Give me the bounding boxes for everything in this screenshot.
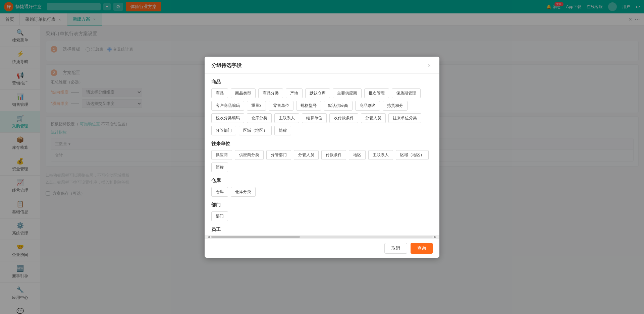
field-tag-1-0[interactable]: 供应商	[211, 150, 232, 160]
field-tag-0-7[interactable]: 保质期管理	[392, 88, 421, 98]
field-tag-0-18[interactable]: 结算单位	[302, 113, 327, 123]
field-tag-0-0[interactable]: 商品	[211, 88, 228, 98]
field-group-4: 员工业务员	[211, 227, 433, 235]
scroll-left-arrow[interactable]: ◀	[207, 235, 210, 239]
field-tag-0-20[interactable]: 分管人员	[361, 113, 386, 123]
field-tag-0-10[interactable]: 零售单位	[269, 101, 293, 111]
field-tag-0-13[interactable]: 商品别名	[355, 101, 380, 111]
modal-horizontal-scrollbar[interactable]: ◀ ▶	[205, 235, 439, 239]
field-tag-0-22[interactable]: 分管部门	[211, 126, 236, 135]
field-tags-3: 部门	[211, 211, 433, 221]
field-tag-0-4[interactable]: 默认仓库	[305, 88, 330, 98]
field-tags-2: 仓库仓库分类	[211, 187, 433, 197]
field-group-title-3: 部门	[211, 202, 433, 208]
field-tag-1-2[interactable]: 分管部门	[266, 150, 291, 160]
field-tag-0-6[interactable]: 批次管理	[364, 88, 389, 98]
field-group-2: 仓库仓库仓库分类	[211, 178, 433, 197]
field-group-3: 部门部门	[211, 202, 433, 221]
field-tag-0-19[interactable]: 收付款条件	[329, 113, 358, 123]
field-group-title-0: 商品	[211, 79, 433, 85]
field-tag-0-15[interactable]: 税收分类编码	[211, 113, 244, 123]
modal-header: 分组待选字段 ×	[205, 57, 439, 74]
field-tag-0-16[interactable]: 仓库分类	[247, 113, 272, 123]
field-tag-0-8[interactable]: 客户商品编码	[211, 101, 244, 111]
field-group-title-4: 员工	[211, 227, 433, 233]
confirm-button[interactable]: 查询	[411, 243, 433, 254]
field-tag-0-11[interactable]: 规格型号	[296, 101, 321, 111]
field-tag-0-23[interactable]: 区域（地区）	[239, 126, 272, 135]
field-tag-1-4[interactable]: 付款条件	[321, 150, 346, 160]
field-tag-0-5[interactable]: 主要供应商	[333, 88, 362, 98]
field-tag-3-0[interactable]: 部门	[211, 211, 228, 221]
field-tags-1: 供应商供应商分类分管部门分管人员付款条件地区主联系人区域（地区）简称	[211, 150, 433, 172]
field-tag-1-8[interactable]: 简称	[211, 163, 228, 172]
field-group-title-2: 仓库	[211, 178, 433, 184]
field-tag-0-17[interactable]: 主联系人	[274, 113, 299, 123]
field-tag-2-1[interactable]: 仓库分类	[231, 187, 256, 197]
modal-dialog: 分组待选字段 × 商品商品商品类型商品分类产地默认仓库主要供应商批次管理保质期管…	[205, 57, 439, 258]
field-tag-0-24[interactable]: 简称	[274, 126, 291, 135]
field-tag-2-0[interactable]: 仓库	[211, 187, 228, 197]
field-tag-0-21[interactable]: 往来单位分类	[388, 113, 421, 123]
field-tags-0: 商品商品类型商品分类产地默认仓库主要供应商批次管理保质期管理客户商品编码重量3零…	[211, 88, 433, 135]
field-tag-0-1[interactable]: 商品类型	[231, 88, 256, 98]
scroll-right-arrow[interactable]: ▶	[434, 235, 437, 239]
field-tag-0-2[interactable]: 商品分类	[258, 88, 283, 98]
field-tag-1-3[interactable]: 分管人员	[294, 150, 319, 160]
field-tag-1-1[interactable]: 供应商分类	[235, 150, 264, 160]
field-tag-0-14[interactable]: 拣货积分	[383, 101, 408, 111]
field-tag-1-7[interactable]: 区域（地区）	[396, 150, 429, 160]
hscroll-track	[211, 236, 433, 238]
modal-close-button[interactable]: ×	[426, 62, 433, 69]
modal-footer: 取消 查询	[205, 239, 439, 258]
field-tag-0-9[interactable]: 重量3	[247, 101, 266, 111]
field-tag-0-3[interactable]: 产地	[286, 88, 303, 98]
field-tag-0-12[interactable]: 默认供应商	[324, 101, 353, 111]
field-group-1: 往来单位供应商供应商分类分管部门分管人员付款条件地区主联系人区域（地区）简称	[211, 141, 433, 172]
modal-body: 商品商品商品类型商品分类产地默认仓库主要供应商批次管理保质期管理客户商品编码重量…	[205, 74, 439, 235]
field-tag-1-5[interactable]: 地区	[349, 150, 366, 160]
field-tag-1-6[interactable]: 主联系人	[368, 150, 393, 160]
modal-title: 分组待选字段	[211, 62, 241, 69]
field-group-title-1: 往来单位	[211, 141, 433, 147]
cancel-button[interactable]: 取消	[384, 243, 407, 254]
field-group-0: 商品商品商品类型商品分类产地默认仓库主要供应商批次管理保质期管理客户商品编码重量…	[211, 79, 433, 135]
hscroll-thumb[interactable]	[211, 236, 300, 238]
